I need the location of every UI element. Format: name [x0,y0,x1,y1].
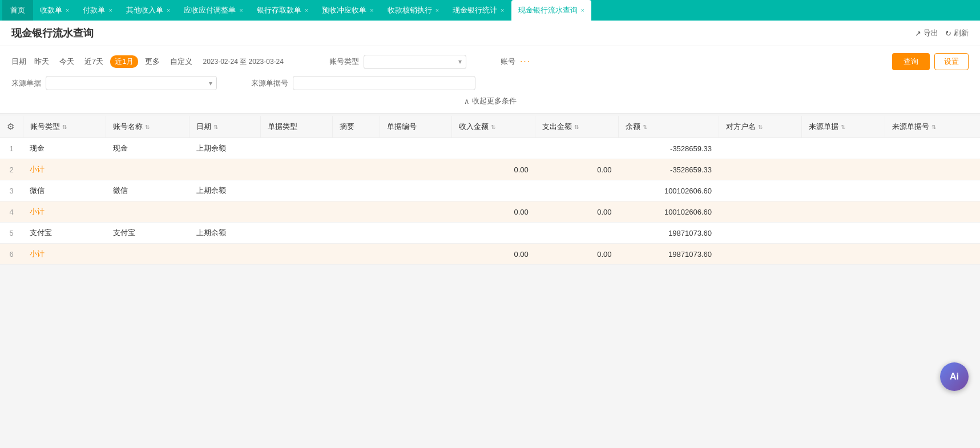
date-opt-today[interactable]: 今天 [56,55,78,68]
gear-icon[interactable]: ⚙ [7,122,14,131]
account-type-select[interactable] [364,55,466,69]
account-filter-group: 账号 ··· [501,56,531,67]
source-doc-no-cell [885,180,980,201]
col-summary[interactable]: 摘要 [332,116,380,138]
date-options: 昨天 今天 近7天 近1月 更多 自定义 [31,55,196,68]
table-row[interactable]: 5支付宝支付宝上期余额19871073.60 [0,223,980,244]
source-doc-no-cell [885,201,980,223]
nav-tab-1[interactable]: 付款单 × [76,0,119,21]
refresh-icon: ↻ [945,29,951,38]
counterpart-cell [719,223,802,244]
nav-tab-8[interactable]: 现金银行流水查询 × [511,0,591,21]
table-row[interactable]: 6小计0.000.0019871073.60 [0,244,980,265]
close-tab-6-icon[interactable]: × [435,7,439,14]
account-type-cell: 支付宝 [23,223,106,244]
col-settings[interactable]: ⚙ [0,116,23,138]
source-doc-no-cell [885,223,980,244]
col-counterpart[interactable]: 对方户名⇅ [719,116,802,138]
account-name-cell: 微信 [106,180,189,201]
counterpart-cell [719,138,802,159]
account-name-cell: 现金 [106,138,189,159]
nav-tab-7[interactable]: 现金银行统计 × [446,0,511,21]
col-doc-no[interactable]: 单据编号 [380,116,452,138]
account-type-select-wrapper[interactable] [364,55,466,69]
row-num-cell: 6 [0,244,23,265]
source-doc-cell [802,159,885,180]
col-account-name[interactable]: 账号名称⇅ [106,116,189,138]
collapse-bar[interactable]: ∧ 收起更多条件 [11,96,969,106]
summary-cell [332,159,380,180]
col-source-doc[interactable]: 来源单据⇅ [802,116,885,138]
close-tab-5-icon[interactable]: × [370,7,373,14]
settings-button[interactable]: 设置 [934,53,969,70]
table-row[interactable]: 4小计0.000.00100102606.60 [0,201,980,223]
col-balance[interactable]: 余额⇅ [619,116,719,138]
close-tab-4-icon[interactable]: × [305,7,308,14]
close-tab-1-icon[interactable]: × [108,7,112,14]
counterpart-cell [719,159,802,180]
nav-tab-2[interactable]: 其他收入单 × [119,0,177,21]
account-type-label: 账号类型 [329,56,359,67]
table-header: ⚙ 账号类型⇅ 账号名称⇅ 日期⇅ 单据类型 摘要 单据编号 [0,116,980,138]
row-num-cell: 3 [0,180,23,201]
data-table: ⚙ 账号类型⇅ 账号名称⇅ 日期⇅ 单据类型 摘要 单据编号 [0,116,980,265]
sort-source-doc-icon: ⇅ [841,124,845,130]
date-opt-more[interactable]: 更多 [142,55,163,68]
expense-cell: 0.00 [535,244,619,265]
date-opt-1month[interactable]: 近1月 [110,55,138,68]
income-cell [452,180,535,201]
doc-no-cell [380,180,452,201]
table-row[interactable]: 3微信微信上期余额100102606.60 [0,180,980,201]
nav-tab-6[interactable]: 收款核销执行 × [381,0,446,21]
date-opt-yesterday[interactable]: 昨天 [31,55,53,68]
nav-home[interactable]: 首页 [2,0,33,21]
source-doc-label: 来源单据 [11,78,41,88]
date-cell [189,201,261,223]
close-tab-3-icon[interactable]: × [239,7,243,14]
source-doc-no-input[interactable] [293,76,475,90]
source-doc-cell [802,244,885,265]
account-type-cell: 小计 [23,244,106,265]
balance-cell: 19871073.60 [619,244,719,265]
income-cell [452,223,535,244]
close-tab-8-icon[interactable]: × [581,7,584,14]
source-doc-select[interactable] [46,76,217,90]
account-name-cell: 支付宝 [106,223,189,244]
col-date[interactable]: 日期⇅ [189,116,261,138]
col-account-type[interactable]: 账号类型⇅ [23,116,106,138]
nav-tab-0[interactable]: 收款单 × [33,0,76,21]
close-tab-0-icon[interactable]: × [66,7,69,14]
query-button[interactable]: 查询 [892,53,930,70]
filter-row-1: 日期 昨天 今天 近7天 近1月 更多 自定义 2023-02-24 至 202… [11,53,969,70]
col-expense[interactable]: 支出金额⇅ [535,116,619,138]
col-doc-type[interactable]: 单据类型 [260,116,332,138]
income-cell: 0.00 [452,159,535,180]
summary-cell [332,201,380,223]
account-type-cell: 微信 [23,180,106,201]
summary-cell [332,180,380,201]
sort-account-type-icon: ⇅ [62,124,67,130]
export-button[interactable]: ↗ 导出 [915,28,938,38]
source-doc-select-wrapper[interactable] [46,76,217,90]
nav-tab-3[interactable]: 应收应付调整单 × [177,0,249,21]
date-opt-7days[interactable]: 近7天 [81,55,107,68]
table-row[interactable]: 1现金现金上期余额-3528659.33 [0,138,980,159]
refresh-button[interactable]: ↻ 刷新 [945,28,969,38]
balance-cell: 100102606.60 [619,201,719,223]
account-dots-button[interactable]: ··· [520,56,531,67]
close-tab-2-icon[interactable]: × [167,7,170,14]
date-opt-custom[interactable]: 自定义 [167,55,196,68]
nav-tab-4[interactable]: 银行存取款单 × [250,0,315,21]
counterpart-cell [719,201,802,223]
nav-tab-5[interactable]: 预收冲应收单 × [315,0,380,21]
export-icon: ↗ [915,29,921,38]
date-cell: 上期余额 [189,180,261,201]
sort-source-doc-no-icon: ⇅ [931,124,936,130]
row-num-cell: 5 [0,223,23,244]
col-income[interactable]: 收入金额⇅ [452,116,535,138]
page-header: 现金银行流水查询 ↗ 导出 ↻ 刷新 [0,21,980,46]
table-row[interactable]: 2小计0.000.00-3528659.33 [0,159,980,180]
close-tab-7-icon[interactable]: × [501,7,504,14]
col-source-doc-no[interactable]: 来源单据号⇅ [885,116,980,138]
account-name-cell [106,159,189,180]
